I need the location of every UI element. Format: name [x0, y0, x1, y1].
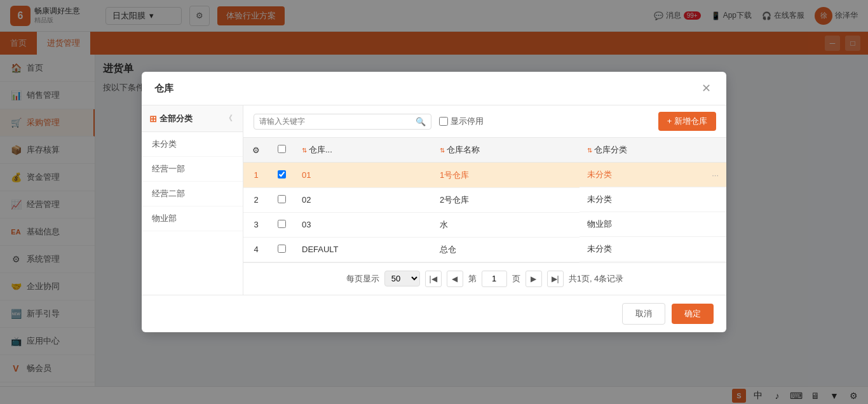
pagination-bar: 每页显示 50 10 20 100 |◀ ◀ 第 页 ▶ ▶| 共1页, 4条记…: [243, 262, 726, 295]
modal-close-button[interactable]: ✕: [698, 81, 714, 96]
search-icon: 🔍: [416, 117, 426, 126]
collapse-button[interactable]: 《: [222, 112, 235, 125]
first-page-button[interactable]: |◀: [425, 271, 442, 287]
table-row[interactable]: 2 02 2号仓库 未分类: [243, 187, 726, 212]
prev-page-button[interactable]: ◀: [447, 271, 463, 287]
next-page-button[interactable]: ▶: [526, 271, 542, 287]
category-header: ⊞ 全部分类 《: [142, 105, 243, 132]
sort-name-icon: ⇅: [440, 147, 445, 154]
cancel-button[interactable]: 取消: [622, 303, 665, 325]
row-code: DEFAULT: [294, 237, 432, 262]
modal-header: 仓库 ✕: [142, 72, 726, 105]
row-checkbox-cell[interactable]: [269, 187, 294, 212]
category-item-property[interactable]: 物业部: [142, 206, 243, 231]
grid-icon: ⊞: [149, 114, 157, 124]
row-num: 3: [243, 212, 269, 237]
more-button[interactable]: ···: [712, 170, 719, 180]
table-row[interactable]: 4 DEFAULT 总仓 未分类: [243, 237, 726, 262]
th-checkbox: [269, 138, 294, 163]
modal-footer: 取消 确定: [142, 295, 726, 332]
th-category: ⇅ 仓库分类: [580, 138, 727, 163]
table-row[interactable]: 3 03 水 物业部: [243, 212, 726, 237]
row-code: 03: [294, 212, 432, 237]
row-checkbox[interactable]: [278, 245, 286, 253]
page-size-select[interactable]: 50 10 20 100: [384, 271, 420, 286]
add-warehouse-button[interactable]: + 新增仓库: [658, 112, 716, 131]
row-name: 水: [432, 212, 579, 237]
th-name: ⇅ 仓库名称: [432, 138, 579, 163]
th-settings: ⚙: [243, 138, 269, 163]
page-number-input[interactable]: [482, 271, 507, 287]
show-disabled-checkbox[interactable]: [439, 117, 448, 126]
category-panel: ⊞ 全部分类 《 未分类 经营一部 经营二部 物业部: [142, 105, 243, 295]
row-checkbox[interactable]: [278, 195, 286, 203]
table-header-row: ⚙ ⇅ 仓库...: [243, 138, 726, 163]
page-prefix-label: 第: [468, 273, 477, 285]
row-category: 物业部: [580, 212, 727, 237]
row-name: 1号仓库: [432, 163, 579, 188]
row-category: 未分类 ···: [580, 163, 727, 187]
table-panel: 🔍 显示停用 + 新增仓库 ⚙: [243, 105, 726, 295]
warehouse-modal: 仓库 ✕ ⊞ 全部分类 《 未分类 经营一部: [142, 72, 726, 332]
row-checkbox-cell[interactable]: [269, 237, 294, 262]
row-code: 02: [294, 187, 432, 212]
confirm-button[interactable]: 确定: [672, 304, 714, 324]
modal-body: ⊞ 全部分类 《 未分类 经营一部 经营二部 物业部: [142, 105, 726, 295]
page-unit-label: 页: [512, 273, 520, 285]
total-info: 共1页, 4条记录: [569, 273, 624, 285]
row-checkbox-cell[interactable]: [269, 212, 294, 237]
row-num: 2: [243, 187, 269, 212]
row-num: 1: [243, 163, 269, 188]
select-all-checkbox[interactable]: [278, 145, 286, 153]
last-page-button[interactable]: ▶|: [547, 271, 564, 287]
row-name: 总仓: [432, 237, 579, 262]
category-all-label: 全部分类: [159, 113, 193, 125]
category-all[interactable]: ⊞ 全部分类: [149, 113, 193, 125]
table-toolbar: 🔍 显示停用 + 新增仓库: [243, 105, 726, 138]
sort-category-icon: ⇅: [587, 147, 592, 154]
th-code: ⇅ 仓库...: [294, 138, 432, 163]
category-item-unclassified[interactable]: 未分类: [142, 132, 243, 157]
row-num: 4: [243, 237, 269, 262]
row-code: 01: [294, 163, 432, 188]
data-table: ⚙ ⇅ 仓库...: [243, 138, 726, 262]
category-item-dept1[interactable]: 经营一部: [142, 157, 243, 182]
row-name: 2号仓库: [432, 187, 579, 212]
settings-col-icon: ⚙: [252, 145, 260, 155]
modal-title: 仓库: [154, 83, 173, 95]
table-row[interactable]: 1 01 1号仓库 未分类 ···: [243, 163, 726, 188]
row-checkbox[interactable]: [278, 170, 286, 178]
search-box[interactable]: 🔍: [254, 114, 431, 130]
search-input[interactable]: [259, 117, 412, 126]
row-category: 未分类: [580, 237, 727, 262]
modal-overlay: 仓库 ✕ ⊞ 全部分类 《 未分类 经营一部: [0, 0, 868, 404]
row-checkbox-cell[interactable]: [269, 163, 294, 188]
row-category: 未分类: [580, 187, 727, 212]
sort-code-icon: ⇅: [302, 147, 307, 154]
show-disabled-label[interactable]: 显示停用: [439, 116, 484, 127]
page-size-label: 每页显示: [346, 273, 379, 285]
row-checkbox[interactable]: [278, 220, 286, 228]
category-item-dept2[interactable]: 经营二部: [142, 182, 243, 206]
